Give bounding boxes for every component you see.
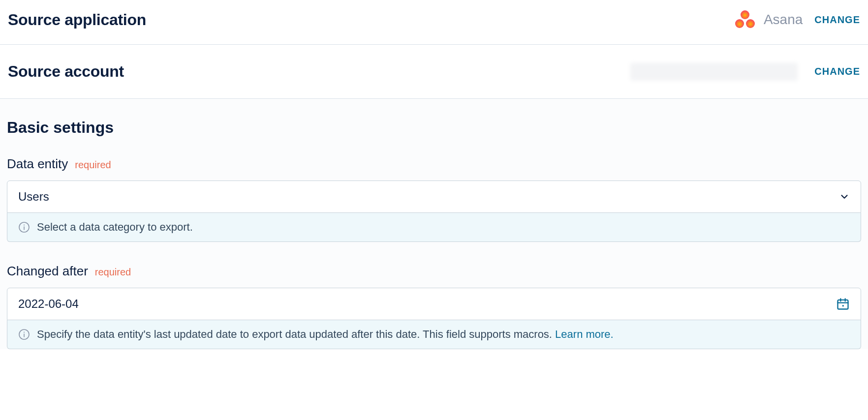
info-icon [18, 221, 30, 233]
changed-after-label-row: Changed after required [7, 264, 861, 279]
changed-after-required-tag: required [95, 267, 131, 278]
source-application-title: Source application [8, 11, 146, 29]
svg-rect-6 [838, 300, 848, 309]
data-entity-label-row: Data entity required [7, 156, 861, 172]
source-account-right: CHANGE [630, 63, 860, 81]
changed-after-helper: Specify the data entity's last updated d… [7, 320, 861, 349]
app-brand: Asana [734, 9, 803, 30]
change-source-app-button[interactable]: CHANGE [814, 14, 860, 26]
changed-after-input[interactable] [18, 297, 836, 311]
svg-point-1 [735, 19, 744, 28]
svg-point-0 [741, 10, 749, 19]
changed-after-input-wrapper [7, 288, 861, 320]
svg-point-13 [24, 332, 25, 333]
data-entity-select[interactable]: Users [7, 180, 861, 213]
source-application-right: Asana CHANGE [734, 9, 860, 30]
source-account-value-redacted [630, 63, 798, 81]
changed-after-field: Changed after required [7, 264, 861, 349]
data-entity-field: Data entity required Users [7, 156, 861, 242]
changed-after-label: Changed after [7, 264, 88, 279]
learn-more-link[interactable]: Learn more. [555, 328, 614, 340]
changed-after-helper-prefix: Specify the data entity's last updated d… [37, 328, 555, 340]
data-entity-label: Data entity [7, 156, 68, 172]
source-account-title: Source account [8, 62, 124, 81]
info-icon [18, 329, 30, 340]
svg-point-2 [746, 19, 755, 28]
changed-after-helper-text: Specify the data entity's last updated d… [37, 328, 614, 341]
app-name-label: Asana [764, 12, 803, 28]
svg-rect-10 [842, 305, 844, 306]
data-entity-helper-text: Select a data category to export. [37, 221, 193, 234]
source-application-row: Source application [0, 0, 868, 45]
basic-settings-title: Basic settings [7, 119, 861, 137]
asana-icon [734, 9, 756, 30]
basic-settings-section: Basic settings Data entity required User… [0, 99, 868, 349]
svg-point-5 [24, 225, 25, 226]
change-source-account-button[interactable]: CHANGE [814, 66, 860, 77]
data-entity-required-tag: required [75, 159, 111, 171]
data-entity-value: Users [18, 190, 49, 204]
data-entity-helper: Select a data category to export. [7, 213, 861, 242]
source-account-row: Source account CHANGE [0, 45, 868, 99]
chevron-down-icon [839, 191, 850, 202]
calendar-icon[interactable] [836, 297, 850, 311]
